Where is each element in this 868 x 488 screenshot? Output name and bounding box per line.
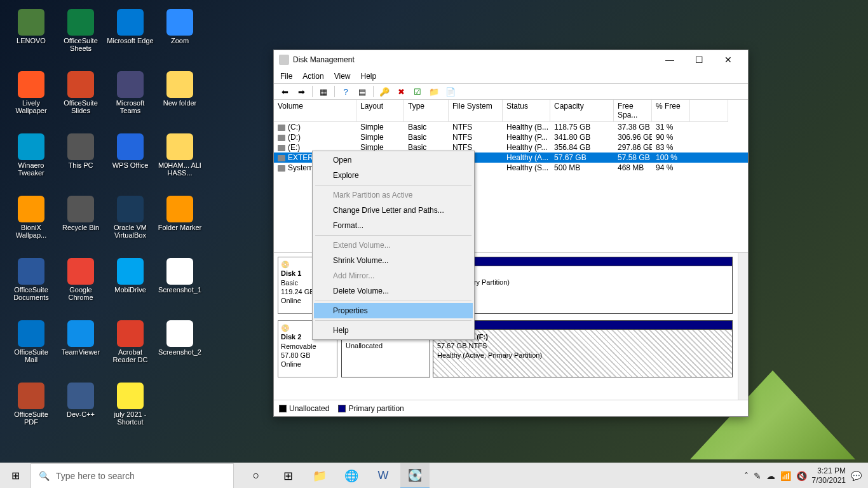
menu-item[interactable]: Delete Volume...	[314, 283, 473, 299]
desktop-icon[interactable]: Winaero Tweaker	[6, 131, 56, 193]
toolbar-icon[interactable]: 📁	[427, 85, 441, 98]
tray-onedrive-icon[interactable]: ☁	[766, 471, 775, 481]
toolbar: ⬅ ➡ ▦ ? ▤ 🔑 ✖ ☑ 📁 📄	[274, 83, 748, 100]
app-icon	[18, 320, 44, 347]
col-type[interactable]: Type	[404, 100, 449, 122]
desktop-icon[interactable]: Oracle VM VirtualBox	[105, 193, 155, 255]
desktop-icon[interactable]: Screenshot_1	[155, 255, 205, 318]
tray-pen-icon[interactable]: ✎	[754, 471, 761, 481]
desktop-icon[interactable]: Microsoft Teams	[105, 69, 155, 131]
taskbar: ⊞ 🔍 Type here to search ○ ⊞ 📁 🌐 W 💽 ˄ ✎ …	[0, 463, 868, 488]
desktop-icon[interactable]: Zoom	[155, 6, 205, 69]
volume-row[interactable]: (D:) Simple Basic NTFS Healthy (P... 341…	[274, 132, 748, 142]
disk-management-taskbar-icon[interactable]: 💽	[400, 463, 430, 489]
menu-view[interactable]: View	[334, 72, 351, 81]
close-button[interactable]: ✕	[714, 50, 743, 69]
minimize-button[interactable]: —	[655, 50, 684, 69]
app-icon[interactable]: W	[369, 463, 398, 489]
chrome-icon[interactable]: 🌐	[337, 463, 366, 489]
menu-item[interactable]: Open	[314, 152, 473, 168]
icon-label: Recycle Bin	[62, 224, 99, 231]
icon-label: OfficeSuite Documents	[8, 286, 55, 301]
forward-button[interactable]: ➡	[294, 85, 308, 98]
menu-help[interactable]: Help	[361, 72, 377, 81]
start-button[interactable]: ⊞	[0, 463, 31, 489]
file-explorer-icon[interactable]: 📁	[305, 463, 334, 489]
cortana-icon[interactable]: ○	[241, 463, 271, 489]
menu-file[interactable]: File	[280, 72, 292, 81]
toolbar-icon[interactable]: ▦	[316, 85, 330, 98]
toolbar-icon[interactable]: ☑	[410, 85, 424, 98]
desktop-icon[interactable]: M0HAM... ALI HASS...	[155, 131, 205, 193]
tray-volume-icon[interactable]: 🔇	[796, 471, 807, 481]
maximize-button[interactable]: ☐	[684, 50, 714, 69]
col-free[interactable]: Free Spa...	[614, 100, 652, 122]
app-icon	[67, 196, 94, 222]
partition-external[interactable]: EXTERNAL (F:) 57.67 GB NTFS Healthy (Act…	[433, 320, 733, 377]
toolbar-icon[interactable]: ▤	[355, 85, 369, 98]
legend-swatch-primary	[338, 405, 346, 412]
desktop-icon[interactable]: New folder	[155, 69, 205, 131]
delete-icon[interactable]: ✖	[394, 85, 408, 98]
desktop-icon[interactable]: OfficeSuite PDF	[6, 380, 56, 442]
task-view-icon[interactable]: ⊞	[273, 463, 302, 489]
toolbar-icon[interactable]: 📄	[444, 85, 458, 98]
icon-label: OfficeSuite Slides	[57, 99, 104, 114]
notifications-icon[interactable]: 💬	[851, 471, 862, 481]
tray-chevron-icon[interactable]: ˄	[744, 471, 749, 481]
search-placeholder: Type here to search	[56, 471, 135, 481]
desktop-icon[interactable]: Recycle Bin	[56, 193, 105, 255]
app-icon	[18, 9, 44, 36]
toolbar-icon[interactable]: 🔑	[377, 85, 391, 98]
col-volume[interactable]: Volume	[274, 100, 356, 122]
clock[interactable]: 3:21 PM 7/30/2021	[812, 466, 846, 485]
col-fs[interactable]: File System	[449, 100, 503, 122]
menu-item[interactable]: Properties	[314, 303, 473, 318]
desktop-icon[interactable]: OfficeSuite Sheets	[56, 6, 105, 69]
desktop-icon[interactable]: Dev-C++	[56, 380, 105, 442]
scrollbar[interactable]	[738, 253, 748, 400]
volume-row[interactable]: (C:) Simple Basic NTFS Healthy (B... 118…	[274, 122, 748, 132]
icon-label: BioniX Wallpap...	[8, 224, 55, 239]
menu-action[interactable]: Action	[302, 72, 323, 81]
desktop-icon[interactable]: Google Chrome	[56, 255, 105, 318]
desktop-icon[interactable]: Folder Marker	[155, 193, 205, 255]
desktop-icon[interactable]: OfficeSuite Documents	[6, 255, 56, 318]
icon-label: july 2021 - Shortcut	[107, 410, 154, 426]
icon-label: M0HAM... ALI HASS...	[156, 161, 203, 177]
back-button[interactable]: ⬅	[278, 85, 292, 98]
icon-label: Microsoft Edge	[107, 37, 153, 44]
col-blank[interactable]	[690, 100, 728, 122]
col-status[interactable]: Status	[503, 100, 550, 122]
col-capacity[interactable]: Capacity	[550, 100, 614, 122]
desktop-icon[interactable]: This PC	[56, 131, 105, 193]
desktop-icon[interactable]: OfficeSuite Mail	[6, 318, 56, 380]
app-icon	[117, 320, 144, 347]
desktop-icon[interactable]: TeamViewer	[56, 318, 105, 380]
titlebar[interactable]: Disk Management — ☐ ✕	[274, 50, 748, 69]
desktop-icon[interactable]: WPS Office	[105, 131, 155, 193]
icon-label: New folder	[163, 99, 197, 107]
col-pct[interactable]: % Free	[652, 100, 690, 122]
desktop-icon[interactable]: Lively Wallpaper	[6, 69, 56, 131]
desktop-icon[interactable]: MobiDrive	[105, 255, 155, 318]
desktop-icon[interactable]: Microsoft Edge	[105, 6, 155, 69]
desktop-icon[interactable]: OfficeSuite Slides	[56, 69, 105, 131]
desktop-icon[interactable]: LENOVO	[6, 6, 56, 69]
menu-item[interactable]: Help	[314, 323, 473, 338]
search-box[interactable]: 🔍 Type here to search	[31, 463, 234, 489]
desktop-icon[interactable]: Screenshot_2	[155, 318, 205, 380]
desktop-icon[interactable]: july 2021 - Shortcut	[105, 380, 155, 442]
help-icon[interactable]: ?	[339, 85, 353, 98]
menu-item[interactable]: Format...	[314, 218, 473, 233]
desktop-icon[interactable]: Acrobat Reader DC	[105, 318, 155, 380]
menu-item[interactable]: Explore	[314, 168, 473, 183]
icon-label: Google Chrome	[57, 286, 104, 301]
menu-item[interactable]: Shrink Volume...	[314, 253, 473, 268]
tray-wifi-icon[interactable]: 📶	[780, 471, 791, 481]
menu-item[interactable]: Change Drive Letter and Paths...	[314, 203, 473, 218]
desktop-icon[interactable]: BioniX Wallpap...	[6, 193, 56, 255]
menu-separator	[315, 301, 471, 301]
col-layout[interactable]: Layout	[356, 100, 404, 122]
window-title: Disk Management	[293, 55, 655, 64]
